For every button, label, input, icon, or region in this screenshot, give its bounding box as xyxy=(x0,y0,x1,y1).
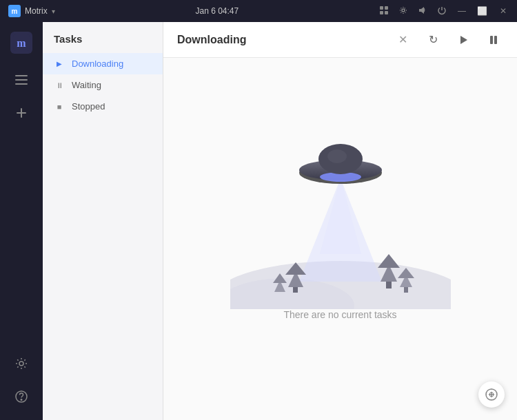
svg-rect-18 xyxy=(490,36,493,44)
svg-point-16 xyxy=(21,399,22,401)
svg-point-14 xyxy=(19,361,23,366)
motrix-logo: m xyxy=(10,32,32,54)
volume-icon[interactable] xyxy=(418,6,427,17)
svg-rect-19 xyxy=(494,36,497,44)
refresh-button[interactable]: ↻ xyxy=(423,30,443,50)
titlebar-left: m Motrix ▾ xyxy=(8,5,55,17)
app-body: m xyxy=(0,22,517,420)
svg-rect-37 xyxy=(293,287,298,293)
svg-rect-2 xyxy=(380,6,383,10)
sidebar-dark-bottom xyxy=(8,350,35,410)
network-icon[interactable] xyxy=(398,6,408,17)
waiting-icon: ⏸ xyxy=(54,81,65,90)
content-header: Downloading ✕ ↻ xyxy=(163,22,517,58)
main-content: Downloading ✕ ↻ xyxy=(163,22,517,420)
play-button[interactable] xyxy=(454,30,473,50)
window-controls: — ⬜ ✕ xyxy=(456,6,509,16)
stopped-icon: ■ xyxy=(54,103,65,111)
app-dropdown-icon[interactable]: ▾ xyxy=(52,8,55,15)
app-name-label: Motrix xyxy=(25,6,48,16)
settings-button[interactable] xyxy=(8,350,35,377)
app-logo-icon: m xyxy=(8,5,21,17)
pause-button[interactable] xyxy=(484,30,503,50)
svg-point-6 xyxy=(402,9,405,12)
content-title: Downloading xyxy=(177,34,246,46)
sidebar-dark: m xyxy=(0,22,43,420)
sidebar-menu-button[interactable] xyxy=(8,66,35,94)
svg-rect-9 xyxy=(15,75,28,76)
close-button[interactable]: ✕ xyxy=(498,6,509,16)
svg-marker-30 xyxy=(378,254,400,268)
maximize-button[interactable]: ⬜ xyxy=(477,6,488,16)
svg-rect-31 xyxy=(386,282,392,288)
downloading-icon: ▶ xyxy=(54,60,65,67)
svg-rect-11 xyxy=(15,83,28,85)
sidebar-item-waiting[interactable]: ⏸ Waiting xyxy=(43,74,163,96)
minimize-button[interactable]: — xyxy=(456,6,467,16)
content-actions: ✕ ↻ xyxy=(393,30,503,50)
sidebar-item-label-downloading: Downloading xyxy=(72,59,123,69)
main-wrapper: Downloading ✕ ↻ xyxy=(163,22,517,420)
svg-marker-17 xyxy=(460,36,467,44)
grid-icon[interactable] xyxy=(379,6,389,17)
sidebar-item-label-stopped: Stopped xyxy=(72,101,105,112)
empty-state-message: There are no current tasks xyxy=(283,309,396,320)
empty-state: There are no current tasks xyxy=(163,58,517,420)
svg-rect-3 xyxy=(385,6,388,10)
float-action-button[interactable] xyxy=(478,381,505,408)
power-icon[interactable] xyxy=(437,6,447,17)
svg-rect-13 xyxy=(17,112,26,114)
clear-button[interactable]: ✕ xyxy=(393,30,412,50)
svg-rect-34 xyxy=(404,287,408,293)
help-button[interactable] xyxy=(8,383,35,410)
svg-text:m: m xyxy=(17,37,26,49)
svg-text:m: m xyxy=(12,8,18,15)
titlebar-right: — ⬜ ✕ xyxy=(379,6,509,17)
sidebar-item-stopped[interactable]: ■ Stopped xyxy=(43,96,163,117)
sidebar-light: Tasks ▶ Downloading ⏸ Waiting ■ Stopped xyxy=(43,22,163,420)
add-task-button[interactable] xyxy=(8,99,35,127)
svg-rect-4 xyxy=(380,11,383,14)
svg-rect-5 xyxy=(385,11,388,14)
svg-point-28 xyxy=(327,149,347,163)
sidebar-title: Tasks xyxy=(43,33,163,45)
ufo-illustration xyxy=(230,116,451,309)
sidebar-item-downloading[interactable]: ▶ Downloading xyxy=(43,53,163,74)
svg-rect-10 xyxy=(15,79,28,81)
sidebar-item-label-waiting: Waiting xyxy=(72,80,101,90)
titlebar-datetime: Jan 6 04:47 xyxy=(195,6,239,16)
titlebar: m Motrix ▾ Jan 6 04:47 xyxy=(0,0,517,22)
